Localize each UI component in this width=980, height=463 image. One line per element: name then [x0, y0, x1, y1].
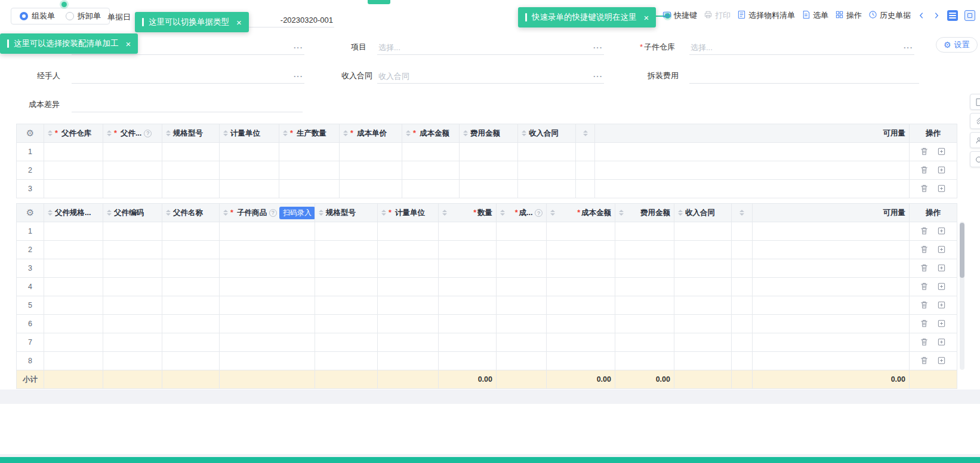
more-options-icon[interactable] [902, 43, 914, 54]
cell[interactable] [315, 259, 378, 278]
cell[interactable] [162, 259, 220, 278]
sort-icon[interactable] [48, 210, 53, 216]
sort-icon[interactable] [343, 130, 348, 136]
delete-row-icon[interactable] [920, 184, 929, 194]
cell[interactable] [162, 296, 220, 315]
cell[interactable] [674, 315, 732, 333]
cell[interactable] [460, 180, 518, 198]
cell[interactable] [162, 222, 220, 241]
sort-icon[interactable] [166, 210, 171, 216]
sort-icon[interactable] [463, 130, 468, 136]
cell[interactable] [674, 333, 732, 352]
cell[interactable] [220, 259, 315, 278]
cell[interactable] [340, 143, 402, 161]
handler-field[interactable] [72, 67, 304, 84]
vertical-scrollbar[interactable] [960, 222, 964, 370]
cell[interactable] [439, 296, 497, 315]
cell[interactable] [44, 296, 103, 315]
sort-icon[interactable] [107, 210, 112, 216]
sort-icon[interactable] [522, 130, 526, 136]
cell[interactable] [162, 143, 220, 161]
child-warehouse-field[interactable] [689, 38, 914, 55]
cell[interactable] [220, 333, 315, 352]
sort-icon[interactable] [107, 130, 112, 136]
sort-icon[interactable] [48, 130, 53, 136]
sort-icon[interactable] [166, 130, 171, 136]
income-contract-input[interactable] [377, 69, 592, 83]
cell[interactable] [615, 315, 674, 333]
cell[interactable] [162, 352, 220, 370]
operate-button[interactable]: 操作 [835, 10, 862, 21]
insert-row-icon[interactable] [937, 301, 947, 310]
cell[interactable] [518, 180, 576, 198]
delete-row-icon[interactable] [920, 165, 929, 175]
close-icon[interactable] [644, 13, 649, 22]
cell[interactable] [497, 296, 547, 315]
cell[interactable] [674, 296, 732, 315]
cell[interactable] [220, 161, 279, 180]
cell[interactable] [103, 241, 162, 259]
cell[interactable] [220, 180, 279, 198]
close-icon[interactable] [126, 39, 131, 48]
insert-row-icon[interactable] [937, 184, 947, 194]
card-view-toggle[interactable] [964, 10, 975, 21]
cell[interactable] [497, 352, 547, 370]
sort-icon[interactable] [406, 130, 411, 136]
cost-diff-input[interactable] [72, 98, 303, 112]
cell[interactable] [674, 278, 732, 296]
insert-row-icon[interactable] [937, 282, 947, 292]
doc-type-assembly-radio[interactable]: 组装单 [20, 11, 55, 22]
cell[interactable] [44, 180, 103, 198]
cell[interactable] [547, 222, 615, 241]
more-options-icon[interactable] [292, 72, 304, 83]
cost-diff-field[interactable] [72, 96, 303, 112]
cell[interactable] [220, 352, 315, 370]
doc-type-disassembly-radio[interactable]: 拆卸单 [66, 11, 101, 22]
table-settings-icon[interactable] [26, 128, 34, 139]
delete-row-icon[interactable] [920, 356, 929, 366]
cell[interactable] [615, 259, 674, 278]
chevron-left-icon[interactable] [917, 11, 926, 20]
child-warehouse-input[interactable] [689, 41, 902, 54]
cell[interactable] [497, 315, 547, 333]
cell[interactable] [402, 180, 460, 198]
more-options-icon[interactable] [292, 43, 304, 54]
cell[interactable] [497, 278, 547, 296]
cell[interactable] [378, 259, 439, 278]
cell[interactable] [518, 161, 576, 180]
cell[interactable] [547, 241, 615, 259]
cell[interactable] [103, 352, 162, 370]
cell[interactable] [674, 259, 732, 278]
cell[interactable] [378, 241, 439, 259]
help-icon[interactable] [269, 209, 277, 217]
cell[interactable] [44, 161, 103, 180]
delete-row-icon[interactable] [920, 147, 929, 157]
cell[interactable] [340, 180, 402, 198]
handler-input[interactable] [72, 69, 292, 83]
sort-icon[interactable] [619, 210, 624, 216]
side-document-button[interactable] [970, 94, 980, 110]
insert-row-icon[interactable] [937, 165, 947, 175]
select-doc-button[interactable]: 选单 [802, 10, 828, 21]
cell[interactable] [220, 278, 315, 296]
cell[interactable] [103, 333, 162, 352]
cell[interactable] [615, 278, 674, 296]
cell[interactable] [220, 241, 315, 259]
help-icon[interactable] [535, 209, 543, 217]
cell[interactable] [378, 222, 439, 241]
cell[interactable] [460, 161, 518, 180]
sort-icon[interactable] [223, 210, 228, 216]
table-settings-icon[interactable] [26, 207, 34, 218]
delete-row-icon[interactable] [920, 263, 929, 273]
cell[interactable] [547, 296, 615, 315]
sort-icon[interactable] [678, 210, 683, 216]
insert-row-icon[interactable] [937, 226, 947, 236]
cell[interactable] [103, 259, 162, 278]
sort-icon[interactable] [583, 130, 588, 136]
project-input[interactable] [377, 41, 592, 54]
cell[interactable] [279, 143, 340, 161]
cell[interactable] [220, 222, 315, 241]
cell[interactable] [547, 259, 615, 278]
shortcut-keys-button[interactable]: 快捷键 [662, 10, 697, 21]
cell[interactable] [615, 352, 674, 370]
